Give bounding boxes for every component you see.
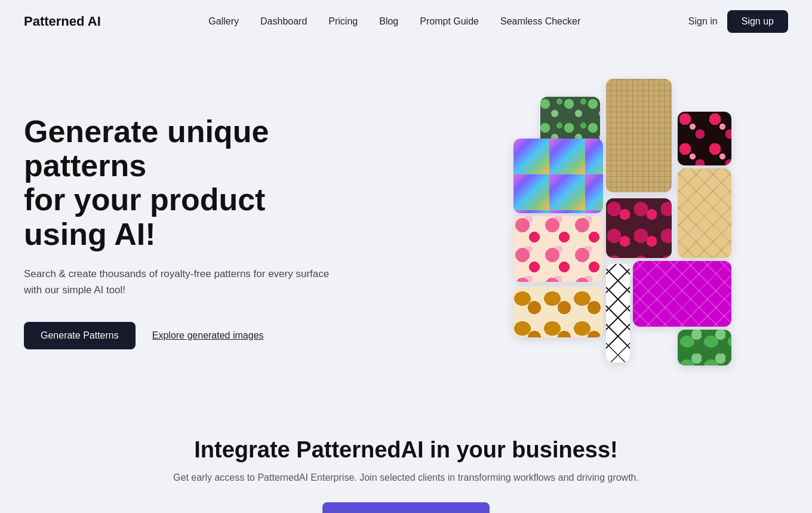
pattern-tile-11 <box>678 330 731 365</box>
pattern-tile-10 <box>513 287 603 337</box>
waiting-list-button[interactable]: Join Waiting List for Business <box>322 502 490 513</box>
pattern-tile-6 <box>606 198 672 258</box>
hero-title: Generate unique patterns for your produc… <box>24 115 334 251</box>
nav-prompt-guide[interactable]: Prompt Guide <box>420 16 479 26</box>
pattern-grid <box>513 79 788 377</box>
signin-button[interactable]: Sign in <box>688 16 718 27</box>
nav-actions: Sign in Sign up <box>688 10 788 33</box>
brand-logo[interactable]: Patterned AI <box>24 14 101 29</box>
generate-patterns-button[interactable]: Generate Patterns <box>24 322 136 349</box>
pattern-tile-4 <box>678 112 731 165</box>
hero-subtitle: Search & create thousands of royalty-fre… <box>24 266 334 298</box>
pattern-tile-8 <box>633 261 731 327</box>
business-section: Integrate PatternedAI in your business! … <box>0 401 812 513</box>
nav-links: Gallery Dashboard Pricing Blog Prompt Gu… <box>208 16 580 27</box>
pattern-tile-7 <box>513 216 603 282</box>
signup-button[interactable]: Sign up <box>727 10 788 33</box>
business-title: Integrate PatternedAI in your business! <box>24 437 788 463</box>
explore-images-link[interactable]: Explore generated images <box>152 330 264 341</box>
nav-blog[interactable]: Blog <box>379 16 398 26</box>
pattern-tile-9 <box>606 264 630 363</box>
nav-seamless-checker[interactable]: Seamless Checker <box>500 16 580 26</box>
hero-content: Generate unique patterns for your produc… <box>24 79 334 349</box>
pattern-tile-5 <box>678 168 731 258</box>
nav-pricing[interactable]: Pricing <box>328 16 358 26</box>
hero-section: Generate unique patterns for your produc… <box>0 43 812 401</box>
business-subtitle: Get early access to PatternedAI Enterpri… <box>24 472 788 483</box>
hero-actions: Generate Patterns Explore generated imag… <box>24 322 334 349</box>
navbar: Patterned AI Gallery Dashboard Pricing B… <box>0 0 812 43</box>
pattern-tile-3 <box>513 139 603 213</box>
pattern-tile-2 <box>606 79 672 192</box>
nav-dashboard[interactable]: Dashboard <box>260 16 307 26</box>
nav-gallery[interactable]: Gallery <box>208 16 239 26</box>
